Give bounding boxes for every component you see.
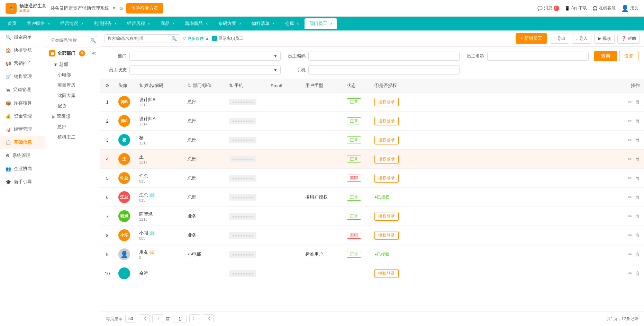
sidebar-item-sales[interactable]: 🛒 销售管理 [0,70,45,83]
auth-button[interactable]: 授权登录 [374,174,399,183]
col-phone[interactable]: ⇅ 手机 [225,79,266,92]
dept-node-xiangmuku[interactable]: 项目库房 [45,80,100,90]
auth-button[interactable]: 授权登录 [374,98,399,106]
dropdown-arrow-icon[interactable]: ▼ [112,6,116,11]
dept-search-input[interactable] [48,36,97,44]
search-input[interactable] [108,36,170,41]
sidebar-item-finance[interactable]: 💰 资金管理 [0,109,45,123]
online-service-button[interactable]: 🎧 在线客服 [592,5,616,11]
tab-profit[interactable]: 利润报告 × [89,18,121,29]
help-button[interactable]: ❓ 帮助 [617,34,640,44]
import-button[interactable]: ↓ 导入 [572,34,591,44]
sidebar-item-inventory[interactable]: 📦 库存核算 [0,96,45,109]
sidebar-item-basic[interactable]: 📋 基础信息 [0,136,45,149]
tab-warehouse[interactable]: 仓库 × [280,18,304,29]
dept-node-shenyang[interactable]: 沈阳大库 [45,90,100,101]
dept-node-zongbu-expand[interactable]: ▼ 总部 [45,59,100,70]
tab-add-goods[interactable]: 新增商品 × [180,18,212,29]
filter-dept-select[interactable]: ▼ [129,52,281,61]
tab-operation[interactable]: 经营情况 × [55,18,88,29]
edit-button[interactable]: ✏ [628,213,632,219]
delete-button[interactable]: 🗑 [635,118,640,124]
filter-empcode-input[interactable] [308,52,460,61]
col-settings[interactable]: ⚙ [100,79,114,92]
sidebar-item-marketing[interactable]: 📢 营销推广 [0,57,45,70]
tab-home[interactable]: 首页 [3,18,21,29]
delete-button[interactable]: 🗑 [635,232,640,238]
setting-button[interactable]: 设置 [619,51,638,61]
dept-collapse-btn[interactable]: ≪ [91,51,96,56]
edit-button[interactable]: ✏ [628,175,632,181]
tab-department[interactable]: 部门员工 × [305,18,337,29]
tab-profit-close[interactable]: × [115,21,117,26]
delete-button[interactable]: 🗑 [635,175,640,181]
add-employee-button[interactable]: + 新增员工 [516,33,547,44]
auth-button[interactable]: 授权登录 [374,136,399,144]
message-button[interactable]: 💬 消息 6 [537,5,559,11]
edit-button[interactable]: ✏ [628,99,632,105]
delete-button[interactable]: 🗑 [635,194,640,200]
edit-button[interactable]: ✏ [628,156,632,162]
dept-node-zhishu[interactable]: 植树王二 [45,132,100,142]
tab-add-goods-close[interactable]: × [206,21,208,26]
export-button[interactable]: ↑ 导出 [550,34,569,44]
show-resigned-toggle[interactable]: ✓ 显示离职员工 [212,36,243,42]
col-dept[interactable]: ⇅ 部门/职位 [183,79,225,92]
tab-bom-close[interactable]: × [272,21,274,26]
delete-button[interactable]: 🗑 [635,271,640,276]
dept-node-peihuo[interactable]: 配货 [45,101,100,111]
delete-button[interactable]: 🗑 [635,213,640,219]
delete-button[interactable]: 🗑 [635,99,640,105]
user-menu-button[interactable]: 👤 用友 [621,5,638,12]
delete-button[interactable]: 🗑 [635,252,640,257]
delete-button[interactable]: 🗑 [635,137,640,143]
page-first-btn[interactable]: 《 [139,314,149,323]
tab-warehouse-close[interactable]: × [297,21,299,26]
sidebar-item-quick-nav[interactable]: 🏠 快捷导航 [0,44,45,57]
tab-department-close[interactable]: × [330,21,332,26]
sidebar-item-system[interactable]: ⚙ 系统管理 [0,149,45,162]
tab-goods-close[interactable]: × [172,21,174,26]
edit-button[interactable]: ✏ [628,271,632,276]
more-filters-btn[interactable]: ▽ 更多条件 ▲ [183,36,209,42]
tab-history-close[interactable]: × [148,21,150,26]
page-number-input[interactable] [173,315,187,323]
delete-button[interactable]: 🗑 [635,156,640,162]
edit-button[interactable]: ✏ [628,232,632,238]
auth-button[interactable]: 授权登录 [374,269,399,278]
tab-history[interactable]: 经营历程 × [122,18,155,29]
sidebar-item-business[interactable]: 📊 经营管理 [0,123,45,136]
auth-button[interactable]: 授权登录 [374,231,399,240]
sidebar-item-guide[interactable]: 🎓 新手引导 [0,175,45,188]
app-download-button[interactable]: 📱 App下载 [565,5,587,11]
filter-phone-input[interactable] [308,65,460,74]
edit-button[interactable]: ✏ [628,137,632,143]
sidebar-item-collab[interactable]: 👥 企业协同 [0,162,45,175]
tab-bom[interactable]: 物料清单 × [247,18,279,29]
trial-button[interactable]: 体验行业方案 [126,3,163,14]
edit-button[interactable]: ✏ [628,252,632,257]
tab-customer-close[interactable]: × [48,21,50,26]
dept-node-xiaodibu[interactable]: 小电部 [45,70,100,80]
tab-operation-close[interactable]: × [81,21,83,26]
filter-empstatus-select[interactable]: ▼ [129,65,281,74]
tab-goods[interactable]: 商品 × [156,18,179,29]
dept-node-zongbu2[interactable]: 总部 [45,122,100,132]
dept-node-shuangyingxiang[interactable]: ▶ 双鹰想 [45,111,100,122]
search-icon[interactable]: 🔍 [171,36,177,41]
page-size-select[interactable]: 50 [125,315,136,323]
page-prev-btn[interactable]: 〈 [152,314,163,323]
page-next-btn[interactable]: 〉 [189,314,200,323]
query-button[interactable]: 查询 [594,51,617,61]
auth-button[interactable]: 授权登录 [374,155,399,164]
settings-icon[interactable]: ⚙ [119,6,124,11]
page-last-btn[interactable]: 《 [203,314,214,323]
dept-all-header[interactable]: ▦ 全部部门 ⟳ ≪ [45,47,100,59]
tab-barcode[interactable]: 条码方案 × [214,18,246,29]
edit-button[interactable]: ✏ [628,118,632,124]
filter-empname-input[interactable] [487,52,589,61]
sidebar-item-purchase[interactable]: 🛍 采购管理 [0,83,45,96]
sidebar-item-search[interactable]: 🔍 搜索菜单 [0,30,45,44]
tab-barcode-close[interactable]: × [239,21,241,26]
view-button[interactable]: ▶ 视频 [594,34,615,44]
